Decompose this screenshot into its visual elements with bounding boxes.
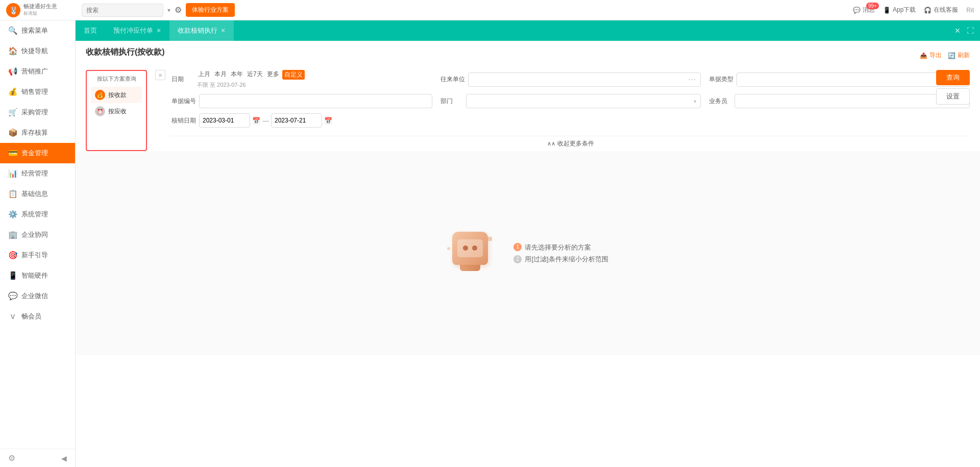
cancel-date-input-wrap: 📅 — 📅 [199,113,332,128]
collapse-more-label: 收起更多条件 [557,139,594,148]
doc-type-label: 单据类型 [709,75,733,84]
logo-icon: 🐰 [6,3,20,17]
date-label: 日期 [172,75,194,84]
dept-label: 部门 [440,97,463,106]
sidebar-item-basic-info[interactable]: 📋 基础信息 [0,184,75,204]
cal-from-icon[interactable]: 📅 [252,117,260,125]
empty-state: 1 请先选择要分析的方案 2 用[过滤]条件来缩小分析范围 [76,151,980,355]
shortcut-custom[interactable]: 自定义 [282,70,305,80]
app-download-label: App下载 [893,6,916,14]
sidebar-label-inventory: 库存核算 [21,128,48,137]
export-btn[interactable]: 📤 导出 [920,51,942,60]
cal-to-icon[interactable]: 📅 [324,117,332,125]
finance-icon: 💳 [8,149,17,158]
settings-btn[interactable]: 设置 [936,88,970,105]
tab-prepay-close[interactable]: ✕ [156,27,161,34]
sidebar-item-guide[interactable]: 🎯 新手引导 [0,245,75,265]
sidebar-item-enterprise[interactable]: 🏢 企业协同 [0,225,75,245]
sidebar-item-finance[interactable]: 💳 资金管理 [0,143,75,163]
filter-row-2: 单据编号 部门 ▾ 业务员 [172,94,970,108]
query-btn[interactable]: 查询 [936,70,970,85]
enterprise-icon: 🏢 [8,230,17,239]
dept-select[interactable]: ▾ [466,94,701,108]
export-refresh-wrap: 📤 导出 🔄 刷新 [920,51,970,60]
doc-no-input[interactable] [199,94,432,108]
close-window-icon[interactable]: ✕ [952,24,963,37]
filter-row-1: 日期 上月 本月 本年 近7天 更多 自定义 不限 至 [172,70,970,89]
user-name[interactable]: Rit [966,7,974,14]
robot-eye-left [463,245,468,251]
message-btn[interactable]: 💬 消息 99+ [853,6,875,14]
sidebar-item-member[interactable]: V 畅会员 [0,306,75,327]
counterparty-dots-icon[interactable]: ··· [688,75,696,84]
online-service-btn[interactable]: 🎧 在线客服 [924,6,958,14]
sidebar-settings-icon[interactable]: ⚙ [8,453,15,463]
query-mode-by-receivable[interactable]: ⏰ 按应收 [91,103,142,119]
sidebar-item-quick-nav[interactable]: 🏠 快捷导航 [0,41,75,61]
industry-btn[interactable]: 体验行业方案 [186,3,235,17]
sidebar-item-wechat[interactable]: 💬 企业微信 [0,286,75,306]
hint-num-1: 1 [513,243,522,251]
shortcut-more[interactable]: 更多 [266,70,280,80]
export-label: 导出 [929,51,942,60]
guide-icon: 🎯 [8,251,17,260]
sidebar-item-system[interactable]: ⚙️ 系统管理 [0,204,75,225]
cancel-date-to-input[interactable] [271,113,322,128]
cancel-date-label: 核销日期 [172,116,196,125]
page-title: 收款核销执行(按收款) [86,47,165,58]
sidebar-item-marketing[interactable]: 📢 营销推广 [0,61,75,82]
shortcut-last-month[interactable]: 上月 [197,70,211,80]
dept-filter-cell: 部门 ▾ [440,94,701,108]
shortcut-this-month[interactable]: 本月 [213,70,228,80]
sidebar-item-operation[interactable]: 📊 经营管理 [0,163,75,184]
tab-receipt-cancel-close[interactable]: ✕ [220,27,226,34]
robot-eye-right [472,245,477,251]
basic-info-icon: 📋 [8,189,17,199]
shortcut-7days[interactable]: 近7天 [246,70,264,80]
header-right-actions: ✕ ⛶ [952,24,980,37]
counterparty-input[interactable] [473,76,688,83]
sidebar-item-search-menu[interactable]: 🔍 搜索菜单 [0,20,75,41]
dept-chevron-icon: ▾ [694,99,696,104]
search-input[interactable] [82,4,163,17]
empty-hints: 1 请先选择要分析的方案 2 用[过滤]条件来缩小分析范围 [513,241,608,265]
query-mode-by-receipt[interactable]: 💰 按收款 [91,87,142,103]
gear-icon[interactable]: ⚙ [175,5,182,15]
sidebar-item-sales[interactable]: 💰 销售管理 [0,82,75,102]
maximize-icon[interactable]: ⛶ [965,24,976,37]
collapse-left-panel-btn[interactable]: » [155,70,165,80]
sidebar-collapse-icon[interactable]: ◀ [61,454,67,462]
collapse-more-btn[interactable]: ∧∧ 收起更多条件 [172,136,970,151]
tab-receipt-cancel[interactable]: 收款核销执行 ✕ [169,20,234,41]
staff-input[interactable] [739,97,957,105]
cancel-date-from-input[interactable] [199,113,250,128]
receipt-mode-label: 按收款 [108,91,127,100]
refresh-btn[interactable]: 🔄 刷新 [948,51,970,60]
online-service-label: 在线客服 [934,6,958,14]
tab-prepay[interactable]: 预付冲应付单 ✕ [105,20,169,41]
hint-text-2: 用[过滤]条件来缩小分析范围 [525,253,608,265]
inventory-icon: 📦 [8,128,17,137]
tab-prepay-label: 预付冲应付单 [113,26,153,35]
operation-icon: 📊 [8,169,17,178]
sidebar-label-enterprise: 企业协同 [21,230,48,239]
chevron-down-icon[interactable]: ▾ [167,7,170,14]
sidebar-item-hardware[interactable]: 📱 智能硬件 [0,265,75,286]
sidebar-label-sales: 销售管理 [21,87,48,96]
sidebar-item-inventory[interactable]: 📦 库存核算 [0,122,75,143]
empty-content: 1 请先选择要分析的方案 2 用[过滤]条件来缩小分析范围 [447,232,608,275]
sidebar-label-system: 系统管理 [21,210,48,219]
sidebar-bottom: ⚙ ◀ [0,449,75,467]
main-area: 首页 预付冲应付单 ✕ 收款核销执行 ✕ ✕ ⛶ 收款核销执行(按收款) 📤 导… [76,20,980,467]
sidebar-label-marketing: 营销推广 [21,67,48,76]
tab-home[interactable]: 首页 [76,20,105,41]
page-title-bar: 收款核销执行(按收款) 📤 导出 🔄 刷新 [76,41,980,64]
filter-row-3: 核销日期 📅 — 📅 [172,113,970,128]
doc-type-select[interactable]: ▾ [737,72,970,87]
sidebar-item-purchase[interactable]: 🛒 采购管理 [0,102,75,122]
shortcut-this-year[interactable]: 本年 [230,70,244,80]
doc-no-filter-cell: 单据编号 [172,94,432,108]
date-separator: — [262,117,269,125]
app-download-btn[interactable]: 📱 App下载 [883,6,916,14]
empty-hint-1: 1 请先选择要分析的方案 [513,241,608,253]
